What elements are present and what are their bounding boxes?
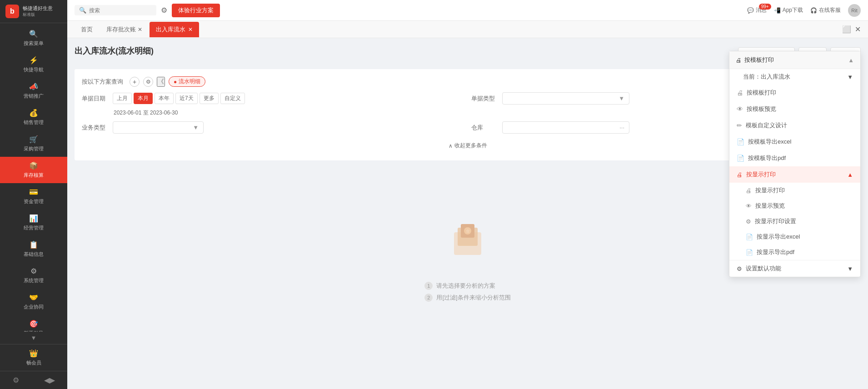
collab-icon: 🤝 — [29, 293, 38, 302]
vip-icon: 👑 — [29, 349, 38, 358]
sidebar-scroll-down[interactable]: ▼ — [0, 332, 67, 344]
dropdown-default-section[interactable]: ⚙ 设置默认功能 ▼ — [729, 260, 860, 277]
date-this-year-btn[interactable]: 本年 — [155, 93, 174, 104]
empty-illustration: ☆ — [445, 219, 490, 264]
collapse-sidebar-icon[interactable]: ◀▶ — [44, 376, 55, 384]
dropdown-sub-display-preview[interactable]: 👁 按显示预览 — [729, 198, 860, 214]
topbar: 🔍 ⚙ 体验行业方案 💬 消息 99+ 📲 App下载 — [67, 0, 868, 21]
online-service-label: 在线客服 — [819, 6, 841, 14]
template-custom-label: 模板自定义设计 — [746, 121, 787, 130]
date-last-month-btn[interactable]: 上月 — [113, 93, 132, 104]
dropdown-item-template-custom[interactable]: ✏ 模板自定义设计 — [729, 117, 860, 134]
dropdown-title: 🖨 按模板打印 — [736, 56, 774, 64]
online-service-btn[interactable]: 🎧 在线客服 — [810, 6, 841, 14]
sidebar-nav: 🔍 搜索菜单 ⚡ 快捷导航 📣 营销推广 💰 销售管理 🛒 采购管理 📦 — [0, 23, 67, 332]
user-avatar[interactable]: Rit — [848, 4, 861, 17]
guide-icon: 🎯 — [29, 319, 38, 328]
avatar-img: Rit — [848, 4, 861, 17]
date-more-btn[interactable]: 更多 — [200, 93, 219, 104]
voucher-type-label: 单据类型 — [471, 95, 499, 103]
display-section-collapse-icon: ▲ — [847, 171, 853, 178]
sidebar-item-vip[interactable]: 👑 畅会员 — [0, 344, 67, 371]
main-content: 🔍 ⚙ 体验行业方案 💬 消息 99+ 📲 App下载 — [67, 0, 868, 389]
dropdown-current: 当前：出入库流水 ▼ — [729, 69, 860, 85]
sidebar-item-purchase[interactable]: 🛒 采购管理 — [0, 130, 67, 157]
filter-collapse-icon[interactable]: 《 — [157, 77, 165, 87]
tab-maximize-btn[interactable]: ⬜ — [842, 25, 851, 34]
date-this-month-btn[interactable]: 本月 — [134, 93, 153, 104]
sidebar-item-collab[interactable]: 🤝 企业协同 — [0, 289, 67, 315]
display-print-label: 按显示打印 — [755, 186, 785, 194]
warehouse-select[interactable]: ··· — [502, 121, 629, 134]
dropdown-sub-display-pdf[interactable]: 📄 按显示导出pdf — [729, 244, 860, 260]
sidebar-item-finance[interactable]: 💳 资金管理 — [0, 183, 67, 209]
sidebar-item-quicknav[interactable]: ⚡ 快捷导航 — [0, 51, 67, 78]
sidebar-item-inventory[interactable]: 📦 库存核算 — [0, 157, 67, 183]
app-download-btn[interactable]: 📲 App下载 — [774, 6, 803, 14]
finance-icon: 💳 — [29, 188, 38, 196]
industry-btn[interactable]: 体验行业方案 — [172, 4, 220, 17]
dropdown-collapse-btn[interactable]: ▲ — [848, 57, 854, 64]
template-pdf-icon: 📄 — [737, 155, 744, 162]
sidebar-item-label: 采购管理 — [24, 145, 44, 152]
dropdown-item-template-excel[interactable]: 📄 按模板导出excel — [729, 134, 860, 150]
tab-flow[interactable]: 出入库流水 ✕ — [150, 22, 199, 37]
tab-flow-close[interactable]: ✕ — [188, 26, 193, 33]
voucher-type-select[interactable]: ▼ — [502, 92, 629, 105]
sidebar: b 畅捷通好生意 标准版 🔍 搜索菜单 ⚡ 快捷导航 📣 营销推广 💰 销 — [0, 0, 67, 389]
date-filter-buttons: 上月 本月 本年 近7天 更多 自定义 — [113, 93, 245, 104]
inventory-icon: 📦 — [29, 161, 38, 170]
tab-home-label: 首页 — [81, 26, 93, 33]
sidebar-bottom: ⚙ ◀▶ — [0, 371, 67, 389]
dropdown-sub-display-print[interactable]: 🖨 按显示打印 — [729, 183, 860, 198]
filter-add-btn[interactable]: + — [130, 77, 140, 87]
tab-batch-close[interactable]: ✕ — [138, 26, 142, 33]
dropdown-item-template-pdf[interactable]: 📄 按模板导出pdf — [729, 150, 860, 166]
app-badge: 标准版 — [23, 12, 53, 18]
message-icon: 💬 — [747, 7, 754, 14]
dropdown-sub-display-excel[interactable]: 📄 按显示导出excel — [729, 229, 860, 244]
business-type-label: 业务类型 — [82, 124, 109, 132]
current-expand-icon: ▼ — [847, 74, 853, 80]
display-section-title: 按显示打印 — [746, 170, 776, 179]
search-input[interactable] — [89, 7, 152, 14]
sidebar-item-search[interactable]: 🔍 搜索菜单 — [0, 25, 67, 51]
display-section-header[interactable]: 🖨 按显示打印 ▲ — [729, 166, 860, 183]
dropdown-sub-display-settings[interactable]: ⚙ 按显示打印设置 — [729, 214, 860, 229]
sidebar-item-label: 库存核算 — [24, 172, 44, 179]
operation-icon: 📊 — [29, 214, 38, 223]
template-excel-icon: 📄 — [737, 138, 744, 145]
dropdown-item-template-preview[interactable]: 👁 按模板预览 — [729, 101, 860, 117]
sidebar-item-system[interactable]: ⚙ 系统管理 — [0, 262, 67, 289]
sidebar-item-basic[interactable]: 📋 基础信息 — [0, 236, 67, 262]
voucher-type-dropdown-icon: ▼ — [619, 95, 624, 102]
settings-bottom-icon[interactable]: ⚙ — [13, 376, 19, 384]
sidebar-item-operation[interactable]: 📊 经营管理 — [0, 209, 67, 236]
sidebar-item-label: 搜索菜单 — [24, 40, 44, 47]
action-area: 🖨 按模板打印 ▲ ↑ 导出 ↻ 刷新 — [738, 47, 861, 62]
message-badge: 99+ — [759, 4, 771, 10]
date-7days-btn[interactable]: 近7天 — [175, 93, 198, 104]
dropdown-item-template-print[interactable]: 🖨 按模板打印 — [729, 85, 860, 101]
sidebar-item-guide[interactable]: 🎯 新手引导 — [0, 315, 67, 332]
display-print-icon: 🖨 — [746, 187, 752, 194]
quicknav-icon: ⚡ — [29, 56, 38, 65]
topbar-gear-icon[interactable]: ⚙ — [161, 6, 167, 15]
sidebar-item-label: 经营管理 — [24, 224, 44, 231]
tab-batch[interactable]: 库存批次账 ✕ — [100, 22, 149, 37]
tab-home[interactable]: 首页 — [75, 22, 99, 37]
app-download-label: App下载 — [783, 6, 803, 14]
display-preview-label: 按显示预览 — [755, 202, 785, 210]
filter-set-btn[interactable]: ⚙ — [143, 77, 153, 87]
topbar-search-box[interactable]: 🔍 — [75, 5, 156, 15]
sidebar-item-marketing[interactable]: 📣 营销推广 — [0, 78, 67, 104]
date-custom-btn[interactable]: 自定义 — [220, 93, 245, 104]
message-btn[interactable]: 💬 消息 99+ — [747, 6, 767, 14]
sidebar-item-sales[interactable]: 💰 销售管理 — [0, 104, 67, 130]
tab-batch-label: 库存批次账 — [106, 26, 136, 33]
business-type-select[interactable]: ▼ — [113, 121, 204, 134]
template-print-label: 按模板打印 — [747, 89, 776, 97]
filter-tag[interactable]: ● 流水明细 — [169, 76, 205, 87]
display-preview-icon: 👁 — [746, 203, 752, 209]
tab-close-all-btn[interactable]: ✕ — [855, 25, 861, 34]
